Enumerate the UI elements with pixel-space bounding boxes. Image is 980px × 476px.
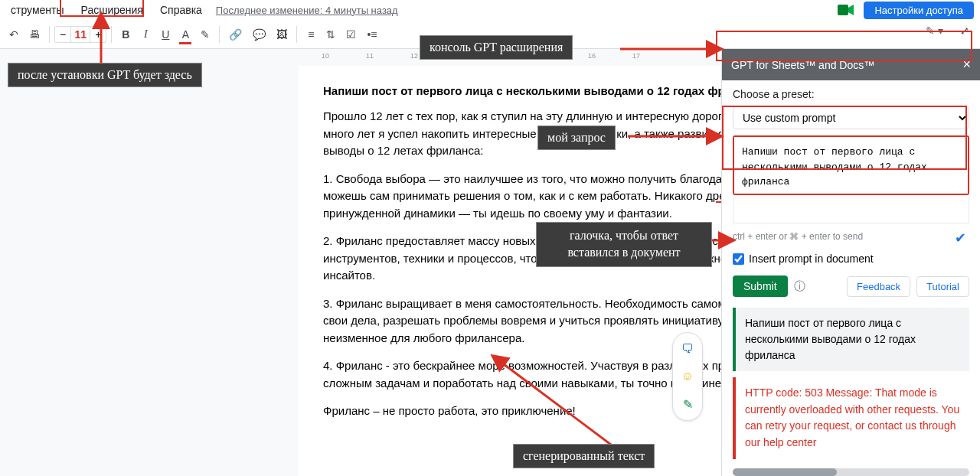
toolbar-right: ✎ ▾ ⤢ [920, 21, 974, 40]
doc-text: 1. Свобода выбора — это наилучшее из тог… [323, 172, 721, 185]
ruler-tick: 12 [410, 52, 418, 60]
tutorial-button[interactable]: Tutorial [916, 276, 969, 297]
emoji-icon[interactable]: ☺ [679, 368, 696, 385]
prompt-extend [733, 197, 969, 223]
font-size-value[interactable]: 11 [70, 27, 90, 42]
print-button[interactable]: 🖶 [24, 25, 44, 44]
separator [219, 26, 220, 43]
insert-label: Insert prompt in document [749, 253, 874, 265]
svg-line-5 [498, 360, 620, 452]
doc-paragraph[interactable]: 3. Фриланс выращивает в меня самостоятел… [323, 295, 721, 347]
separator [111, 26, 112, 43]
ruler-tick: 11 [366, 52, 374, 60]
ruler-tick: 16 [588, 52, 596, 60]
preset-label: Choose a preset: [733, 88, 969, 100]
preset-select[interactable]: Use custom prompt [733, 106, 969, 129]
doc-text: 3. Фриланс выращивает в меня самостоятел… [323, 297, 721, 310]
italic-button[interactable]: I [136, 25, 155, 44]
submit-button[interactable]: Submit [733, 275, 788, 297]
menu-help[interactable]: Справка [152, 2, 210, 18]
add-comment-icon[interactable]: 🗨 [679, 341, 696, 357]
expand-icon[interactable]: ⤢ [956, 21, 974, 40]
suggest-icon[interactable]: ✎ [679, 396, 696, 412]
arrow-icon [620, 43, 720, 57]
last-edit-link[interactable]: Последнее изменение: 4 минуты назад [216, 5, 398, 16]
line-spacing-button[interactable]: ⇅ [322, 25, 340, 44]
horizontal-scrollbar[interactable] [733, 468, 969, 476]
doc-heading[interactable]: Напиши пост от первого лица с нескольким… [323, 84, 721, 97]
gpt-sidebar: GPT for Sheets™ and Docs™ × Choose a pre… [721, 49, 980, 476]
meet-icon[interactable] [836, 2, 856, 18]
error-message: HTTP code: 503 Message: That mode is cur… [733, 377, 969, 459]
insert-checkbox[interactable] [733, 253, 744, 265]
insert-link-button[interactable]: 🔗 [224, 25, 247, 44]
insert-comment-button[interactable]: 💬 [248, 25, 270, 44]
separator [49, 26, 50, 43]
separator [296, 26, 297, 43]
arrow-icon [93, 17, 109, 67]
doc-underline: дресс-кода [706, 189, 721, 202]
header-right: Настройки доступа [836, 0, 974, 20]
svg-rect-0 [838, 5, 848, 15]
arrow-icon [628, 130, 720, 145]
underline-button[interactable]: U [156, 25, 175, 44]
doc-paragraph[interactable]: 1. Свобода выбора — это наилучшее из тог… [323, 171, 721, 223]
bold-button[interactable]: B [116, 25, 135, 44]
callout-label: галочка, чтобы ответ вставился в докумен… [536, 222, 712, 267]
menu-tools[interactable]: струменты [3, 2, 72, 18]
bullet-list-button[interactable]: •≡ [362, 25, 381, 44]
text-color-button[interactable]: A [176, 25, 194, 44]
highlight-button[interactable]: ✎ [196, 25, 214, 44]
close-icon[interactable]: × [962, 57, 971, 73]
grammar-check-icon[interactable]: ✔ [955, 230, 970, 245]
prompt-input[interactable] [733, 135, 969, 195]
editing-mode-button[interactable]: ✎ ▾ [920, 22, 949, 39]
info-icon[interactable]: ⓘ [794, 279, 805, 294]
align-button[interactable]: ≡ [302, 25, 320, 44]
arrow-icon [710, 234, 732, 249]
pencil-icon: ✎ [926, 24, 935, 37]
floating-actions: 🗨 ☺ ✎ [672, 332, 703, 421]
callout-label: после установки GPT будет здесь [8, 63, 202, 87]
insert-image-button[interactable]: 🖼 [272, 25, 292, 44]
feedback-button[interactable]: Feedback [847, 276, 910, 297]
font-size-decrease[interactable]: − [55, 27, 70, 42]
share-button[interactable]: Настройки доступа [864, 2, 974, 19]
menu-extensions[interactable]: Расширения [74, 2, 151, 18]
undo-button[interactable]: ↶ [5, 25, 23, 44]
history-entry: Напиши пост от первого лица с нескольким… [733, 308, 969, 371]
callout-label: мой запрос [537, 126, 616, 150]
chevron-down-icon: ▾ [938, 24, 943, 37]
checklist-button[interactable]: ☑ [341, 25, 361, 44]
menubar: струменты Расширения Справка Последнее и… [0, 0, 980, 20]
panel-header: GPT for Sheets™ and Docs™ × [722, 49, 980, 80]
panel-title: GPT for Sheets™ and Docs™ [731, 59, 874, 71]
callout-label: консоль GPT расширения [420, 35, 573, 60]
ruler-tick: 10 [322, 52, 329, 60]
send-hint: ctrl + enter or ⌘ + enter to send [733, 231, 969, 242]
callout-label: сгенерированный текст [513, 444, 655, 468]
